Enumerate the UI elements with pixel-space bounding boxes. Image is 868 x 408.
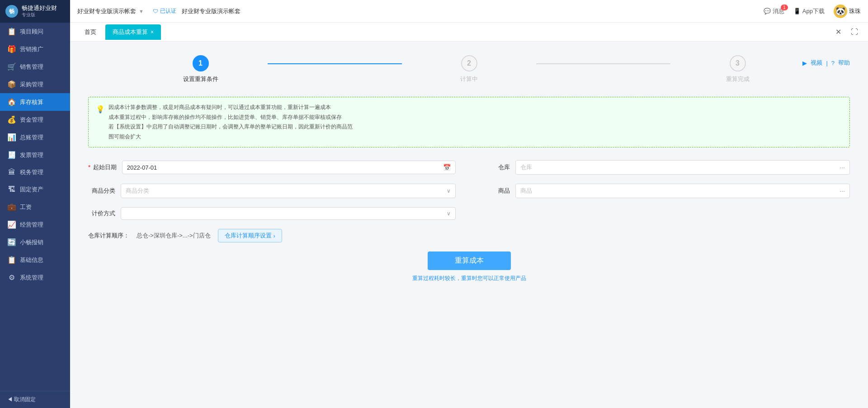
steps-wrapper: 1 设置重算条件 2 计算中 3 重算完成 bbox=[88, 55, 850, 83]
sidebar-item-asset[interactable]: 🏗 固定资产 bbox=[0, 181, 70, 198]
sidebar-label-asset: 固定资产 bbox=[20, 185, 43, 194]
sidebar-icon-inventory: 🏠 bbox=[7, 98, 16, 106]
calc-order-value: 总仓->深圳仓库->...->门店仓 bbox=[137, 232, 211, 240]
calc-order-btn-label: 仓库计算顺序设置 bbox=[225, 232, 272, 240]
tab-cost-recalc[interactable]: 商品成本重算 × bbox=[105, 24, 161, 40]
sidebar-label-operation: 经营管理 bbox=[20, 221, 43, 229]
sidebar-item-sales[interactable]: 🛒 销售管理 bbox=[0, 58, 70, 76]
sidebar-icon-project: 📋 bbox=[7, 27, 16, 36]
sidebar-item-tax[interactable]: 🏛 税务管理 bbox=[0, 164, 70, 181]
tab-bar: 首页 商品成本重算 × ✕ ⛶ bbox=[70, 23, 868, 42]
step-1-circle: 1 bbox=[193, 55, 209, 71]
divider-1: | bbox=[826, 60, 827, 66]
message-badge: 1 bbox=[781, 5, 788, 10]
product-more-icon: ··· bbox=[840, 187, 845, 195]
pricing-input[interactable]: ∨ bbox=[121, 207, 456, 220]
sidebar-item-expense[interactable]: 🔄 小畅报销 bbox=[0, 233, 70, 251]
sidebar-label-project: 项目顾问 bbox=[20, 28, 43, 36]
topbar: 好业财专业版演示帐套 ▼ 🛡 已认证 好业财专业版演示帐套 💬 消息 1 📱 A… bbox=[70, 0, 868, 23]
sidebar: 畅 畅捷通好业财 专业版 📋 项目顾问 🎁 营销推广 🛒 销售管理 📦 采购管理… bbox=[0, 0, 70, 408]
sidebar-item-salary[interactable]: 💼 工资 bbox=[0, 198, 70, 216]
step-1-num: 1 bbox=[198, 59, 203, 67]
maximize-icon[interactable]: ⛶ bbox=[848, 26, 861, 38]
sidebar-item-inventory[interactable]: 🏠 库存核算 bbox=[0, 93, 70, 111]
sidebar-item-project[interactable]: 📋 项目顾问 bbox=[0, 23, 70, 40]
step-3-circle: 3 bbox=[730, 55, 746, 71]
sidebar-icon-marketing: 🎁 bbox=[7, 45, 16, 53]
close-window-icon[interactable]: ✕ bbox=[832, 26, 844, 38]
message-icon: 💬 bbox=[764, 8, 771, 14]
sidebar-item-system[interactable]: ⚙ 系统管理 bbox=[0, 269, 70, 286]
app-logo: 畅 bbox=[5, 5, 18, 18]
user-profile[interactable]: 🐼 珠珠 bbox=[834, 5, 861, 18]
pricing-row: 计价方式 ∨ bbox=[88, 207, 456, 220]
sidebar-item-operation[interactable]: 📈 经营管理 bbox=[0, 216, 70, 233]
home-tab-label: 首页 bbox=[85, 28, 96, 35]
warehouse-label: 仓库 bbox=[483, 163, 510, 171]
steps-container: 1 设置重算条件 2 计算中 3 重算完成 bbox=[88, 55, 850, 83]
tab-home[interactable]: 首页 bbox=[77, 24, 104, 40]
verified-text: 已认证 bbox=[160, 7, 176, 15]
sidebar-label-expense: 小畅报销 bbox=[20, 238, 43, 247]
sidebar-label-basic: 基础信息 bbox=[20, 256, 43, 264]
sidebar-item-invoice[interactable]: 🧾 发票管理 bbox=[0, 146, 70, 164]
product-label: 商品 bbox=[483, 187, 510, 195]
lightbulb-icon: 💡 bbox=[96, 103, 105, 142]
category-label: 商品分类 bbox=[88, 187, 115, 195]
product-row: 商品 商品 ··· bbox=[483, 184, 850, 198]
sidebar-label-system: 系统管理 bbox=[20, 274, 43, 282]
message-btn[interactable]: 💬 消息 1 bbox=[764, 7, 784, 15]
sidebar-icon-sales: 🛒 bbox=[7, 62, 16, 71]
video-link[interactable]: 视频 bbox=[811, 59, 822, 67]
sidebar-icon-expense: 🔄 bbox=[7, 238, 16, 247]
sidebar-item-finance[interactable]: 💰 资金管理 bbox=[0, 111, 70, 128]
account-selector[interactable]: 好业财专业版演示帐套 ▼ bbox=[77, 7, 144, 15]
category-input[interactable]: 商品分类 ∨ bbox=[121, 184, 456, 198]
step-line-2 bbox=[536, 63, 670, 64]
sidebar-footer[interactable]: ◀ 取消固定 bbox=[0, 391, 70, 408]
account-name: 好业财专业版演示帐套 bbox=[77, 7, 136, 15]
calendar-icon: 📅 bbox=[443, 164, 451, 171]
user-name: 珠珠 bbox=[849, 7, 861, 15]
recalculate-btn[interactable]: 重算成本 bbox=[428, 251, 511, 270]
app-name: 畅捷通好业财 bbox=[22, 5, 57, 12]
sidebar-label-ledger: 总账管理 bbox=[20, 133, 43, 142]
account-chevron-icon: ▼ bbox=[139, 9, 144, 14]
calc-order-label: 仓库计算顺序： bbox=[88, 232, 129, 240]
sidebar-icon-ledger: 📊 bbox=[7, 133, 16, 142]
sidebar-item-ledger[interactable]: 📊 总账管理 bbox=[0, 128, 70, 146]
calc-order-settings-btn[interactable]: 仓库计算顺序设置 › bbox=[218, 229, 282, 242]
app-download-btn[interactable]: 📱 App下载 bbox=[793, 7, 825, 15]
step-2-num: 2 bbox=[467, 59, 471, 67]
warehouse-input[interactable]: 仓库 ··· bbox=[515, 160, 850, 175]
info-box: 💡 因成本计算参数调整，或是对商品成本有疑问时，可以通过成本重算功能，重新计算一… bbox=[88, 97, 850, 147]
sidebar-label-marketing: 营销推广 bbox=[20, 45, 43, 53]
close-tab-icon[interactable]: × bbox=[151, 29, 154, 35]
help-link[interactable]: 帮助 bbox=[838, 59, 850, 67]
sidebar-label-salary: 工资 bbox=[20, 203, 32, 211]
calc-order-arrow-icon: › bbox=[274, 232, 275, 239]
warehouse-placeholder: 仓库 bbox=[520, 163, 532, 171]
company-name: 好业财专业版演示帐套 bbox=[182, 7, 241, 15]
sidebar-item-marketing[interactable]: 🎁 营销推广 bbox=[0, 40, 70, 58]
step-2: 2 计算中 bbox=[402, 55, 536, 83]
product-placeholder: 商品 bbox=[520, 187, 532, 195]
sidebar-icon-basic: 📋 bbox=[7, 256, 16, 264]
content-area: 1 设置重算条件 2 计算中 3 重算完成 bbox=[70, 42, 868, 408]
sidebar-scroll: 📋 项目顾问 🎁 营销推广 🛒 销售管理 📦 采购管理 🏠 库存核算 💰 资金管… bbox=[0, 23, 70, 391]
sidebar-item-purchase[interactable]: 📦 采购管理 bbox=[0, 76, 70, 93]
recalculate-btn-label: 重算成本 bbox=[455, 256, 484, 264]
sidebar-icon-salary: 💼 bbox=[7, 203, 16, 211]
sidebar-label-finance: 资金管理 bbox=[20, 116, 43, 124]
sidebar-item-basic[interactable]: 📋 基础信息 bbox=[0, 251, 70, 269]
start-date-input[interactable]: 2022-07-01 📅 bbox=[122, 161, 456, 174]
sidebar-label-sales: 销售管理 bbox=[20, 63, 43, 71]
start-date-row: * 起始日期 2022-07-01 📅 bbox=[88, 160, 456, 175]
sidebar-icon-system: ⚙ bbox=[7, 273, 16, 282]
sidebar-label-invoice: 发票管理 bbox=[20, 151, 43, 159]
sidebar-icon-finance: 💰 bbox=[7, 115, 16, 124]
play-video-icon: ▶ bbox=[802, 60, 807, 66]
helper-links: ▶ 视频 | ? 帮助 bbox=[802, 59, 850, 67]
product-input[interactable]: 商品 ··· bbox=[515, 184, 850, 198]
more-icon: ··· bbox=[840, 164, 845, 171]
